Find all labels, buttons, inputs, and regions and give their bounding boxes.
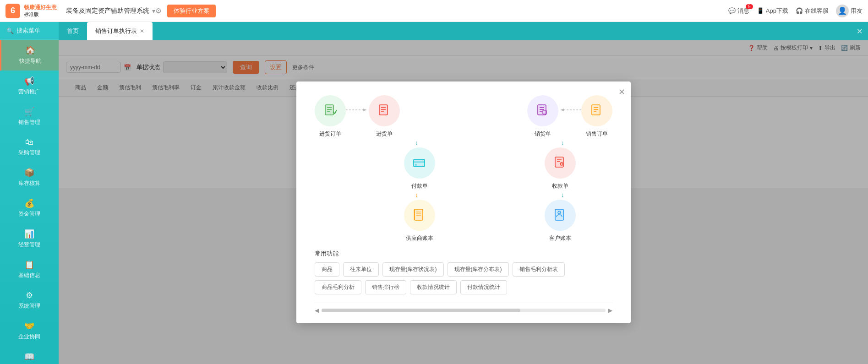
modal: ✕ (296, 81, 631, 323)
header-right: 💬 消息 5 📱 App下载 🎧 在线客服 👤 用友 (728, 5, 863, 17)
func-btn-7[interactable]: 收款情况统计 (410, 280, 457, 294)
search-icon: 🔍 (6, 27, 14, 34)
flow-node-purchase-order[interactable]: 进货订单 (315, 95, 346, 138)
flow-node-sales-order[interactable]: 销售订单 (581, 95, 612, 138)
close-window-button[interactable]: ✕ (857, 27, 863, 36)
download-icon: 📱 (757, 7, 764, 14)
cart-icon: 🛒 (24, 107, 34, 117)
tab-home[interactable]: 首页 (59, 22, 87, 40)
func-btn-4[interactable]: 销售毛利分析表 (513, 262, 565, 277)
handshake-icon: 🤝 (24, 321, 34, 331)
flow-node-customer-ledger[interactable]: 客户账本 (545, 200, 576, 242)
chart-icon: 📊 (24, 229, 34, 239)
message-badge: 5 (746, 4, 753, 9)
svg-rect-12 (538, 105, 546, 115)
page-content: ❓ 帮助 🖨 按模板打印 ▾ ⬆ 导出 🔄 刷新 (59, 40, 868, 364)
bag-icon: 🛍 (25, 137, 33, 147)
home-icon: 🏠 (25, 45, 35, 55)
customer-ledger-icon (545, 200, 576, 231)
common-funcs-title: 常用功能 (315, 250, 612, 258)
tab-close-icon[interactable]: ✕ (140, 28, 144, 34)
top-header: 6 畅康通好生意 标准版 装备及固定资产辅助管理系统 ▾ ⚙ 体验行业方案 💬 … (0, 0, 868, 22)
main-layout: 🔍 搜索菜单 🏠 快捷导航 📢 营销推广 🛒 销售管理 🛍 采购管理 📦 库存核… (0, 22, 868, 364)
func-btn-8[interactable]: 付款情况统计 (460, 280, 507, 294)
sidebar-item-marketing[interactable]: 📢 营销推广 (0, 71, 59, 101)
arrow-purchase-order-to-bill (346, 107, 369, 113)
flow-node-payment[interactable]: 付款单 (404, 147, 435, 190)
sidebar-item-collab[interactable]: 🤝 企业协同 (0, 315, 59, 346)
service-icon: 🎧 (796, 7, 803, 14)
common-functions: 常用功能 商品往来单位现存量(库存状况表)现存量(库存分布表)销售毛利分析表商品… (315, 250, 612, 298)
modal-body: 进货订单 (296, 81, 631, 323)
svg-rect-35 (415, 209, 423, 220)
box-icon: 📦 (24, 168, 34, 178)
sidebar-item-guide[interactable]: 📖 新手引导 (0, 346, 59, 364)
svg-marker-6 (363, 109, 367, 111)
logo-area: 6 畅康通好生意 标准版 (5, 4, 64, 18)
func-btn-5[interactable]: 商品毛利分析 (315, 280, 361, 294)
payment-icon (404, 147, 435, 179)
scroll-thumb[interactable] (322, 309, 520, 312)
app-download-button[interactable]: 📱 App下载 (757, 7, 788, 15)
svg-rect-7 (379, 105, 388, 115)
modal-scroll: ◀ ▶ (315, 303, 612, 314)
flow-node-sales-bill[interactable]: 销货单 (527, 95, 558, 138)
flow-node-purchase-bill[interactable]: 进货单 (369, 95, 400, 138)
func-btn-0[interactable]: 商品 (315, 262, 339, 277)
sales-bill-icon (527, 95, 558, 126)
sidebar-item-quick-nav[interactable]: 🏠 快捷导航 (0, 40, 59, 71)
scroll-left-arrow[interactable]: ◀ (315, 307, 319, 314)
sidebar-item-basic-info[interactable]: 📋 基础信息 (0, 254, 59, 285)
supplier-ledger-icon (404, 200, 435, 231)
svg-marker-19 (560, 109, 564, 111)
purchase-bill-icon (369, 95, 400, 126)
logo-icon: 6 (5, 4, 20, 18)
message-icon: 💬 (728, 7, 736, 14)
receipt-icon (545, 147, 576, 179)
svg-rect-40 (414, 209, 415, 220)
sidebar-item-purchase[interactable]: 🛍 采购管理 (0, 132, 59, 162)
logo-text: 畅康通好生意 标准版 (24, 4, 57, 18)
sidebar-item-sales[interactable]: 🛒 销售管理 (0, 101, 59, 132)
sidebar-item-operations[interactable]: 📊 经营管理 (0, 223, 59, 254)
svg-rect-20 (592, 105, 600, 115)
svg-rect-29 (555, 157, 563, 167)
flow-node-supplier-ledger[interactable]: 供应商账本 (404, 200, 435, 242)
func-btn-2[interactable]: 现存量(库存状况表) (382, 262, 444, 277)
svg-rect-0 (325, 105, 333, 115)
search-menu-button[interactable]: 🔍 搜索菜单 (0, 22, 59, 40)
sidebar-item-system[interactable]: ⚙ 系统管理 (0, 285, 59, 315)
sidebar-item-finance[interactable]: 💰 资金管理 (0, 193, 59, 223)
user-menu[interactable]: 👤 用友 (836, 5, 863, 17)
book-icon: 📖 (24, 352, 34, 362)
message-button[interactable]: 💬 消息 5 (728, 7, 749, 15)
func-btn-1[interactable]: 往来单位 (343, 262, 379, 277)
scroll-right-arrow[interactable]: ▶ (608, 307, 612, 314)
scroll-track[interactable] (322, 309, 606, 312)
online-service-button[interactable]: 🎧 在线客服 (796, 7, 829, 15)
sidebar-item-inventory[interactable]: 📦 库存核算 (0, 162, 59, 193)
svg-rect-27 (414, 161, 425, 163)
money-icon: 💰 (24, 198, 34, 208)
content-area: 首页 销售订单执行表 ✕ ✕ ❓ 帮助 🖨 (59, 22, 868, 364)
avatar: 👤 (836, 5, 849, 17)
func-btn-3[interactable]: 现存量(库存分布表) (448, 262, 509, 277)
system-dropdown-icon[interactable]: ▾ (152, 7, 155, 15)
tabs-bar: 首页 销售订单执行表 ✕ ✕ (59, 22, 868, 40)
flow-node-receipt[interactable]: 收款单 (545, 147, 576, 190)
sidebar: 🔍 搜索菜单 🏠 快捷导航 📢 营销推广 🛒 销售管理 🛍 采购管理 📦 库存核… (0, 22, 59, 364)
modal-overlay[interactable]: ✕ (59, 40, 868, 364)
megaphone-icon: 📢 (24, 76, 34, 86)
system-name: 装备及固定资产辅助管理系统 ▾ (64, 7, 155, 15)
purchase-order-icon (315, 95, 346, 126)
modal-close-button[interactable]: ✕ (618, 87, 625, 97)
settings-gear-button[interactable]: ⚙ (155, 6, 162, 15)
func-buttons-row1: 商品往来单位现存量(库存状况表)现存量(库存分布表)销售毛利分析表商品毛利分析销… (315, 262, 612, 298)
func-btn-6[interactable]: 销售排行榜 (365, 280, 406, 294)
svg-point-28 (415, 164, 417, 166)
gear-icon: ⚙ (26, 290, 33, 300)
sales-order-icon (581, 95, 612, 126)
try-industry-button[interactable]: 体验行业方案 (167, 5, 216, 17)
arrow-sales-order-to-bill (558, 107, 581, 113)
tab-sales-order[interactable]: 销售订单执行表 ✕ (87, 22, 153, 40)
